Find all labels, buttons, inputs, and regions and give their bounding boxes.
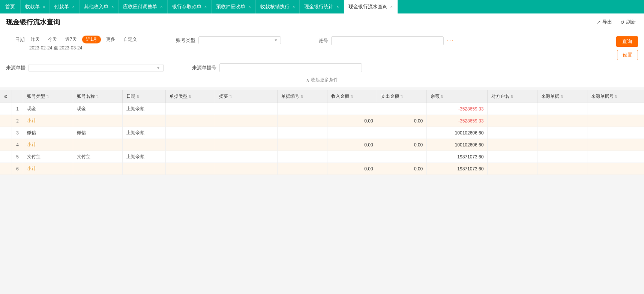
- account-type-column-header[interactable]: 账号类型⇅: [23, 90, 73, 103]
- income-cell: [327, 151, 377, 163]
- income-column-header[interactable]: 收入金额⇅: [327, 90, 377, 103]
- account-label: 账号: [309, 37, 328, 44]
- nav-tab-应收应付调整单[interactable]: 应收应付调整单×: [119, 0, 167, 13]
- source-doc-cell: [537, 163, 587, 175]
- main-table: ⚙ 账号类型⇅ 账号名称⇅ 日期⇅ 单据类型⇅ 摘要⇅ 单据编号⇅ 收入金额⇅ …: [0, 90, 644, 175]
- source-doc-num-column-header[interactable]: 来源单据号⇅: [587, 90, 644, 103]
- nav-tab-收款单[interactable]: 收款单×: [21, 0, 50, 13]
- tab-close-icon[interactable]: ×: [111, 4, 114, 9]
- source-doc-num-input[interactable]: [219, 63, 362, 72]
- account-type-cell: 小计: [23, 163, 73, 175]
- source-doc-cell: [537, 127, 587, 139]
- balance-cell: 19871073.60: [427, 163, 488, 175]
- source-doc-column-header[interactable]: 来源单据⇅: [537, 90, 587, 103]
- nav-tab-其他收入单[interactable]: 其他收入单×: [80, 0, 119, 13]
- account-type-label: 账号类型: [176, 37, 195, 44]
- tab-close-icon[interactable]: ×: [72, 4, 74, 9]
- row-number-cell: 2: [12, 115, 23, 127]
- expense-column-header[interactable]: 支出金额⇅: [377, 90, 427, 103]
- sort-icon: ⇅: [137, 95, 140, 98]
- nav-tab-现金银行统计[interactable]: 现金银行统计×: [300, 0, 344, 13]
- doc-number-cell: [278, 139, 327, 151]
- doc-type-cell: [165, 127, 215, 139]
- account-input[interactable]: [331, 36, 444, 45]
- source-doc-select[interactable]: ▼: [29, 64, 164, 72]
- gear-column-header[interactable]: ⚙: [0, 90, 12, 103]
- tab-close-icon[interactable]: ×: [248, 4, 251, 9]
- filter-area: 日期 昨天今天近7天近1月更多自定义 2023-02-24 至 2023-03-…: [0, 31, 644, 87]
- date-option-昨天[interactable]: 昨天: [28, 36, 43, 43]
- page-header: 现金银行流水查询 ↗ 导出 ↺ 刷新: [0, 13, 644, 31]
- right-buttons: 查询 设置: [616, 36, 638, 60]
- date-label: 日期: [6, 36, 25, 43]
- export-icon: ↗: [597, 19, 601, 25]
- nav-tab-收款核销执行[interactable]: 收款核销执行×: [256, 0, 300, 13]
- source-doc-cell: [537, 115, 587, 127]
- date-option-近1月[interactable]: 近1月: [82, 36, 101, 43]
- refresh-button[interactable]: ↺ 刷新: [618, 17, 638, 27]
- source-doc-cell: [537, 151, 587, 163]
- date-cell: 上期余额: [123, 103, 165, 115]
- balance-cell: 100102606.60: [427, 139, 488, 151]
- sort-icon: ⇅: [229, 95, 232, 98]
- date-cell: 上期余额: [123, 151, 165, 163]
- sort-icon: ⇅: [560, 95, 563, 98]
- date-column-header[interactable]: 日期⇅: [123, 90, 165, 103]
- income-cell: 0.00: [327, 163, 377, 175]
- nav-home[interactable]: 首页: [0, 0, 21, 13]
- counterparty-cell: [488, 163, 537, 175]
- row-gear-cell: [0, 115, 12, 127]
- doc-type-cell: [165, 103, 215, 115]
- source-doc-cell: [537, 103, 587, 115]
- nav-tab-现金银行流水查询[interactable]: 现金银行流水查询×: [344, 0, 398, 13]
- summary-cell: [215, 163, 278, 175]
- date-cell: 上期余额: [123, 127, 165, 139]
- source-doc-cell: [537, 139, 587, 151]
- date-option-更多[interactable]: 更多: [103, 36, 118, 43]
- table-container: ⚙ 账号类型⇅ 账号名称⇅ 日期⇅ 单据类型⇅ 摘要⇅ 单据编号⇅ 收入金额⇅ …: [0, 90, 644, 175]
- summary-cell: [215, 151, 278, 163]
- doc-type-column-header[interactable]: 单据类型⇅: [165, 90, 215, 103]
- date-option-自定义[interactable]: 自定义: [120, 36, 140, 43]
- balance-column-header[interactable]: 余额⇅: [427, 90, 488, 103]
- income-cell: 0.00: [327, 115, 377, 127]
- doc-type-cell: [165, 139, 215, 151]
- expense-cell: [377, 151, 427, 163]
- tab-close-icon[interactable]: ×: [293, 4, 295, 9]
- account-name-cell: [73, 115, 123, 127]
- tab-close-icon[interactable]: ×: [390, 4, 393, 9]
- doc-number-cell: [278, 103, 327, 115]
- row-number-cell: 3: [12, 127, 23, 139]
- sort-icon: ⇅: [400, 95, 403, 98]
- tab-close-icon[interactable]: ×: [160, 4, 162, 9]
- query-button[interactable]: 查询: [616, 36, 638, 47]
- nav-tab-付款单[interactable]: 付款单×: [50, 0, 79, 13]
- tab-close-icon[interactable]: ×: [204, 4, 207, 9]
- date-option-近7天[interactable]: 近7天: [62, 36, 80, 43]
- tab-close-icon[interactable]: ×: [336, 4, 339, 9]
- expense-cell: [377, 103, 427, 115]
- doc-number-cell: [278, 151, 327, 163]
- account-name-column-header[interactable]: 账号名称⇅: [73, 90, 123, 103]
- settings-button[interactable]: 设置: [617, 50, 638, 60]
- date-cell: [123, 115, 165, 127]
- tab-close-icon[interactable]: ×: [43, 4, 45, 9]
- account-name-cell: 现金: [73, 103, 123, 115]
- nav-tab-预收冲应收单[interactable]: 预收冲应收单×: [212, 0, 255, 13]
- page-title: 现金银行流水查询: [6, 18, 60, 27]
- counterparty-column-header[interactable]: 对方户名⇅: [488, 90, 537, 103]
- collapse-bar[interactable]: ∧ 收起更多条件: [6, 75, 638, 84]
- account-type-cell: 小计: [23, 139, 73, 151]
- doc-number-cell: [278, 115, 327, 127]
- nav-tab-银行存取款单[interactable]: 银行存取款单×: [168, 0, 212, 13]
- account-type-select[interactable]: ▼: [198, 36, 281, 44]
- row-number-cell: 5: [12, 151, 23, 163]
- export-button[interactable]: ↗ 导出: [594, 17, 614, 27]
- doc-number-column-header[interactable]: 单据编号⇅: [278, 90, 327, 103]
- doc-number-cell: [278, 127, 327, 139]
- account-dots-button[interactable]: ···: [447, 37, 454, 44]
- account-type-cell: 现金: [23, 103, 73, 115]
- summary-column-header[interactable]: 摘要⇅: [215, 90, 278, 103]
- sort-icon: ⇅: [350, 95, 353, 98]
- date-option-今天[interactable]: 今天: [45, 36, 60, 43]
